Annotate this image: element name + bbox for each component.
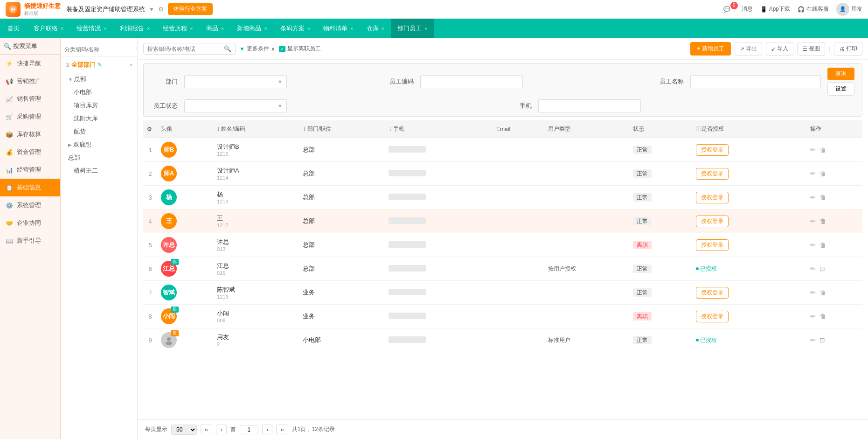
- dept-edit-icon[interactable]: ✎: [97, 62, 102, 68]
- user-menu-btn[interactable]: 👤 用友: [836, 3, 862, 16]
- export-btn[interactable]: ↗ 导出: [735, 42, 762, 56]
- dept-tree-item-headquarters[interactable]: ▼ 总部: [61, 73, 137, 86]
- left-nav-item-collab[interactable]: 🤝 企业协同: [0, 214, 60, 232]
- show-inactive-toggle[interactable]: ✓ 显示离职员工: [279, 45, 321, 53]
- dept-tree-header-row[interactable]: ⊞ 全部部门 ✎ «: [61, 57, 137, 73]
- copy-icon-9[interactable]: ⊡: [819, 336, 825, 344]
- nav-item-history[interactable]: 经营历程 ×: [156, 19, 199, 38]
- nav-item-add-goods[interactable]: 新增商品 ×: [230, 19, 273, 38]
- add-employee-btn[interactable]: + 新增员工: [690, 42, 730, 56]
- auth-btn-5[interactable]: 授权登录: [696, 239, 729, 251]
- status-select[interactable]: ▼: [184, 99, 287, 112]
- online-service-btn[interactable]: 🎧 在线客服: [798, 5, 829, 13]
- dropdown-arrow-icon[interactable]: ▼: [149, 6, 154, 13]
- close-history-icon[interactable]: ×: [190, 26, 193, 31]
- nav-item-profit[interactable]: 利润报告 ×: [113, 19, 156, 38]
- dept-tree-item-shenyang[interactable]: 沈阳大库: [61, 112, 137, 125]
- query-btn[interactable]: 查询: [827, 68, 854, 80]
- close-add-goods-icon[interactable]: ×: [264, 26, 267, 31]
- auth-btn-1[interactable]: 授权登录: [696, 144, 729, 156]
- edit-icon-3[interactable]: ✏: [810, 194, 816, 201]
- close-profit-icon[interactable]: ×: [147, 26, 150, 31]
- edit-icon-1[interactable]: ✏: [810, 146, 816, 153]
- dept-tree-item-small-elec[interactable]: 小电部: [61, 86, 137, 99]
- delete-icon-2[interactable]: 🗑: [819, 170, 826, 177]
- show-inactive-checkbox[interactable]: ✓: [279, 46, 285, 52]
- col-name-code[interactable]: ↕ 姓名/编码: [213, 120, 299, 138]
- edit-icon-5[interactable]: ✏: [810, 241, 816, 249]
- dept-search-input[interactable]: [64, 46, 134, 53]
- delete-icon-1[interactable]: 🗑: [819, 146, 826, 153]
- message-btn[interactable]: 💬 6 消息: [723, 5, 753, 13]
- close-warehouse-icon[interactable]: ×: [382, 26, 384, 31]
- left-nav-item-system[interactable]: ⚙️ 系统管理: [0, 196, 60, 214]
- left-nav-item-purchase[interactable]: 🛒 采购管理: [0, 108, 60, 125]
- col-dept-position[interactable]: ↕ 部门/职位: [299, 120, 385, 138]
- first-page-btn[interactable]: «: [201, 425, 212, 434]
- delete-icon-4[interactable]: 🗑: [819, 217, 826, 225]
- edit-icon-8[interactable]: ✏: [810, 313, 816, 320]
- nav-item-bom[interactable]: 物料清单 ×: [317, 19, 360, 38]
- dept-tree-item-project-room[interactable]: 项目库房: [61, 99, 137, 112]
- trial-btn[interactable]: 体验行业方案: [168, 3, 213, 15]
- dept-tree-item-peihuo[interactable]: 配货: [61, 125, 137, 138]
- close-operations-icon[interactable]: ×: [104, 26, 106, 31]
- dept-select[interactable]: ▼: [184, 75, 287, 88]
- auth-btn-8[interactable]: 授权登录: [696, 311, 729, 322]
- next-page-btn[interactable]: ›: [262, 425, 272, 434]
- delete-icon-3[interactable]: 🗑: [819, 194, 826, 201]
- left-nav-item-inventory[interactable]: 📦 库存核算: [0, 125, 60, 143]
- delete-icon-8[interactable]: 🗑: [819, 313, 826, 320]
- auth-btn-4[interactable]: 授权登录: [696, 216, 729, 227]
- delete-icon-7[interactable]: 🗑: [819, 289, 826, 296]
- view-btn[interactable]: ☰ 视图: [797, 42, 825, 56]
- close-goods-icon[interactable]: ×: [221, 26, 224, 31]
- edit-icon-9[interactable]: ✏: [810, 336, 816, 344]
- filter-more-btn[interactable]: ▼ 更多条件 ∧: [239, 45, 275, 53]
- per-page-select[interactable]: 50 100 200: [171, 425, 197, 435]
- left-nav-item-quick[interactable]: ⚡ 快捷导航: [0, 55, 60, 72]
- close-employees-icon[interactable]: ×: [424, 26, 427, 31]
- copy-icon-6[interactable]: ⊡: [819, 265, 825, 272]
- page-number-input[interactable]: [240, 425, 258, 434]
- search-input[interactable]: [147, 46, 222, 52]
- prev-page-btn[interactable]: ‹: [216, 425, 226, 434]
- nav-item-home[interactable]: 首页: [0, 19, 27, 38]
- dept-tree-item-zhishu[interactable]: 植树王二: [61, 164, 137, 177]
- left-nav-item-sales[interactable]: 📈 销售管理: [0, 90, 60, 108]
- set-btn[interactable]: 设置: [827, 82, 854, 96]
- gear-icon[interactable]: ⚙: [158, 6, 164, 13]
- col-phone[interactable]: ↕ 手机: [385, 120, 493, 138]
- nav-item-operations[interactable]: 经营情况 ×: [70, 19, 113, 38]
- dept-collapse-icon[interactable]: «: [129, 62, 132, 68]
- nav-item-employees[interactable]: 部门员工 ×: [391, 19, 434, 38]
- nav-item-customers[interactable]: 客户联络 ×: [27, 19, 70, 38]
- nav-item-warehouse[interactable]: 仓库 ×: [360, 19, 391, 38]
- dept-tree-item-zongbu[interactable]: 总部: [61, 151, 137, 164]
- left-nav-item-operations[interactable]: 📊 经营管理: [0, 161, 60, 179]
- delete-icon-5[interactable]: 🗑: [819, 241, 826, 249]
- left-nav-item-guide[interactable]: 📖 新手引导: [0, 232, 60, 250]
- close-customers-icon[interactable]: ×: [61, 26, 63, 31]
- import-btn[interactable]: ↙ 导入: [766, 42, 793, 56]
- last-page-btn[interactable]: »: [276, 425, 288, 434]
- close-bom-icon[interactable]: ×: [350, 26, 353, 31]
- left-nav-item-marketing[interactable]: 📢 营销推广: [0, 72, 60, 90]
- col-settings[interactable]: ⚙: [143, 120, 157, 138]
- edit-icon-2[interactable]: ✏: [810, 170, 816, 177]
- close-barcode-icon[interactable]: ×: [307, 26, 310, 31]
- left-nav-item-finance[interactable]: 💰 资金管理: [0, 143, 60, 161]
- dept-tree-item-shuanglu[interactable]: ▶ 双鹿想: [61, 138, 137, 151]
- emp-name-input[interactable]: [690, 75, 821, 88]
- nav-item-goods[interactable]: 商品 ×: [200, 19, 230, 38]
- search-icon-btn[interactable]: 🔍: [224, 45, 231, 52]
- edit-icon-6[interactable]: ✏: [810, 265, 816, 272]
- auth-btn-3[interactable]: 授权登录: [696, 192, 729, 203]
- nav-item-barcode[interactable]: 条码方案 ×: [274, 19, 317, 38]
- edit-icon-7[interactable]: ✏: [810, 289, 816, 296]
- emp-code-input[interactable]: [420, 75, 523, 88]
- edit-icon-4[interactable]: ✏: [810, 217, 816, 225]
- left-nav-item-basic[interactable]: 📋 基础信息: [0, 179, 60, 196]
- phone-input[interactable]: [538, 99, 641, 112]
- auth-btn-2[interactable]: 授权登录: [696, 168, 729, 180]
